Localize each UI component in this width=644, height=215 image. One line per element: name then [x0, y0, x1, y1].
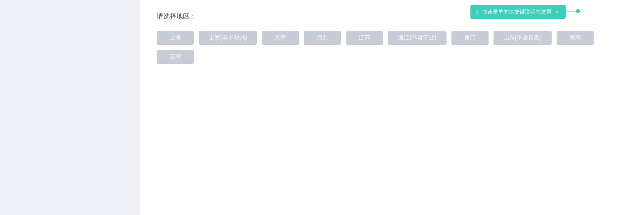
- connector-dot: [576, 9, 580, 13]
- tooltip-text: 快速录单的快捷键说明在这里: [482, 8, 552, 16]
- tooltip-close-button[interactable]: ×: [555, 9, 560, 15]
- region-btn-yunnan[interactable]: 云南: [157, 50, 194, 64]
- region-btn-shanghai[interactable]: 上海: [157, 31, 194, 45]
- region-btn-zhejiang[interactable]: 浙江(不含宁波): [388, 31, 446, 45]
- region-btn-shandong[interactable]: 山东(不含青岛): [494, 31, 552, 45]
- region-btn-tianjin[interactable]: 天津: [262, 31, 299, 45]
- main-content: 请选择地区： 上海上海(电子税局)天津河北江苏浙江(不含宁波)厦门山东(不含青岛…: [140, 0, 644, 215]
- tooltip-banner: 快速录单的快捷键说明在这里 ×: [470, 5, 566, 19]
- region-buttons-container: 上海上海(电子税局)天津河北江苏浙江(不含宁波)厦门山东(不含青岛)海南云南: [157, 31, 628, 64]
- region-btn-jiangsu[interactable]: 江苏: [346, 31, 383, 45]
- region-btn-shanghai-etax[interactable]: 上海(电子税局): [199, 31, 257, 45]
- sidebar: [0, 0, 140, 215]
- region-btn-hebei[interactable]: 河北: [304, 31, 341, 45]
- region-btn-hainan[interactable]: 海南: [557, 31, 594, 45]
- region-btn-xiamen[interactable]: 厦门: [451, 31, 489, 45]
